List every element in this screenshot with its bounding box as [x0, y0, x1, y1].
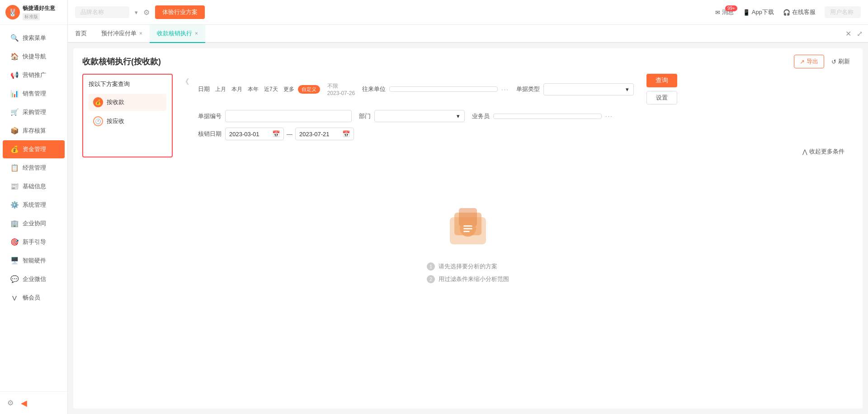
page-title: 收款核销执行(按收款) — [82, 56, 161, 67]
verify-date-from-input[interactable]: 2023-03-01 📅 — [225, 128, 284, 140]
tab-home[interactable]: 首页 — [68, 25, 94, 43]
staff-input[interactable] — [493, 114, 602, 119]
query-row-1: 日期 上月 本月 本年 近7天 更多 自定义 不限 — [198, 74, 854, 105]
date-btn-more[interactable]: 更多 — [282, 85, 296, 94]
voucher-no-field: 单据编号 — [198, 110, 352, 122]
dept-select[interactable]: ▾ — [374, 110, 465, 122]
dept-field: 部门 ▾ — [359, 110, 465, 122]
sidebar-item-search[interactable]: 🔍搜索菜单 — [3, 29, 65, 47]
verify-date-from-value: 2023-03-01 — [229, 131, 259, 138]
inventory-label: 库存核算 — [23, 127, 46, 135]
content-area: 收款核销执行(按收款) ↗ 导出 ↺ 刷新 按以下方案查询 — [68, 43, 868, 414]
date-btn-custom[interactable]: 自定义 — [298, 85, 320, 94]
finance-label: 资金管理 — [23, 145, 46, 153]
message-button[interactable]: ✉ 消息 99+ — [715, 8, 734, 16]
system-icon: ⚙️ — [10, 200, 19, 209]
tab-close-all-icon[interactable]: ✕ — [844, 28, 853, 40]
query-button[interactable]: 查询 — [646, 74, 677, 87]
voucher-type-select[interactable]: ▾ — [543, 83, 634, 95]
topbar-gear-icon[interactable]: ⚙ — [143, 8, 150, 17]
app-download-button[interactable]: 📱 App下载 — [743, 8, 774, 16]
svg-rect-6 — [463, 231, 470, 232]
counterpart-input[interactable] — [389, 86, 498, 92]
sidebar-item-quick-nav[interactable]: 🏠快捷导航 — [3, 48, 65, 66]
filter-option-receivable-icon: 🕐 — [93, 116, 103, 126]
message-icon: ✉ — [715, 9, 720, 16]
tab-prepay[interactable]: 预付冲应付单 × — [94, 25, 150, 43]
voucher-no-label: 单据编号 — [198, 112, 222, 120]
sidebar-item-member[interactable]: V畅会员 — [3, 289, 65, 307]
marketing-label: 营销推广 — [23, 71, 46, 79]
logo-name: 畅捷通好生意 — [23, 5, 55, 12]
online-service-button[interactable]: 🎧 在线客服 — [783, 8, 816, 16]
export-button[interactable]: ↗ 导出 — [794, 55, 824, 68]
service-icon: 🎧 — [783, 9, 790, 16]
tab-collection-label: 收款核销执行 — [157, 29, 192, 38]
brand-dropdown-icon[interactable]: ▾ — [135, 9, 138, 16]
logo-edition: 标准版 — [23, 13, 40, 20]
date-btn-this-month[interactable]: 本月 — [230, 85, 244, 94]
search-label: 搜索菜单 — [23, 34, 46, 42]
collab-label: 企业协同 — [23, 219, 46, 228]
sidebar-item-purchase[interactable]: 🛒采购管理 — [3, 103, 65, 121]
page-container: 收款核销执行(按收款) ↗ 导出 ↺ 刷新 按以下方案查询 — [73, 48, 863, 409]
sidebar-item-collab[interactable]: 🏢企业协同 — [3, 214, 65, 233]
sidebar-item-finance[interactable]: 💰资金管理 — [3, 140, 65, 158]
tab-prepay-close-icon[interactable]: × — [139, 30, 142, 37]
sidebar-collapse-button[interactable]: ◀ — [21, 398, 27, 408]
user-profile[interactable]: 用户名称 — [825, 6, 861, 18]
counterpart-label: 往来单位 — [362, 85, 386, 93]
settings-footer-icon[interactable]: ⚙ — [7, 399, 14, 407]
filter-option-by-receipt[interactable]: 💰 按收款 — [89, 94, 166, 111]
brand-selector[interactable]: 品牌名称 — [75, 6, 129, 18]
query-row-2: 单据编号 部门 ▾ 业务员 — [198, 110, 854, 122]
tab-collection-close-icon[interactable]: × — [195, 30, 198, 37]
sidebar-item-system[interactable]: ⚙️系统管理 — [3, 196, 65, 214]
sales-label: 销售管理 — [23, 90, 46, 98]
verify-date-label: 核销日期 — [198, 130, 222, 138]
panel-collapse-icon[interactable]: 《 — [180, 76, 191, 89]
app-icon: 📱 — [743, 9, 750, 16]
voucher-no-input[interactable] — [225, 110, 352, 122]
tip-text-1: 请先选择要分析的方案 — [439, 262, 497, 271]
settings-button[interactable]: 设置 — [646, 91, 677, 105]
date-btn-this-year[interactable]: 本年 — [246, 85, 260, 94]
quick-nav-icon: 🏠 — [10, 52, 19, 61]
counterpart-dots-icon[interactable]: ··· — [501, 86, 509, 93]
collapse-more-button[interactable]: ⋀ 收起更多条件 — [802, 146, 844, 157]
sidebar-item-operations[interactable]: 📋经营管理 — [3, 159, 65, 177]
tabbar-actions: ✕ ⤢ — [844, 28, 868, 40]
tip-text-2: 用过滤条件来缩小分析范围 — [439, 275, 509, 283]
hardware-label: 智能硬件 — [23, 257, 46, 265]
sales-icon: 📊 — [10, 89, 19, 98]
sidebar-nav: 🔍搜索菜单🏠快捷导航📢营销推广📊销售管理🛒采购管理📦库存核算💰资金管理📋经营管理… — [0, 25, 67, 391]
tab-collection[interactable]: 收款核销执行 × — [150, 25, 205, 43]
wecom-label: 企业微信 — [23, 275, 46, 283]
tab-home-label: 首页 — [75, 29, 87, 38]
date-btn-7days[interactable]: 近7天 — [262, 85, 280, 94]
staff-field: 业务员 ··· — [472, 112, 613, 120]
solution-button[interactable]: 体验行业方案 — [155, 5, 205, 19]
filter-option-by-receivable[interactable]: 🕐 按应收 — [89, 113, 166, 130]
tab-expand-icon[interactable]: ⤢ — [855, 28, 864, 40]
page-actions: ↗ 导出 ↺ 刷新 — [794, 55, 854, 68]
sidebar-item-hardware[interactable]: 🖥️智能硬件 — [3, 252, 65, 270]
sidebar-item-marketing[interactable]: 📢营销推广 — [3, 66, 65, 84]
verify-date-to-input[interactable]: 2023-07-21 📅 — [295, 128, 354, 140]
staff-dots-icon[interactable]: ··· — [605, 113, 613, 119]
sidebar-item-basic-info[interactable]: 📰基础信息 — [3, 177, 65, 195]
refresh-button[interactable]: ↺ 刷新 — [828, 55, 854, 68]
refresh-icon: ↺ — [831, 58, 836, 65]
filter-option-receipt-icon: 💰 — [93, 97, 103, 107]
sidebar-item-wecom[interactable]: 💬企业微信 — [3, 270, 65, 288]
inventory-icon: 📦 — [10, 126, 19, 135]
sidebar-item-inventory[interactable]: 📦库存核算 — [3, 122, 65, 140]
date-btn-last-month[interactable]: 上月 — [213, 85, 228, 94]
verify-date-from-group: 2023-03-01 📅 — 2023-07-21 📅 — [225, 128, 354, 140]
empty-icon — [441, 199, 495, 253]
verify-date-from-calendar-icon: 📅 — [272, 130, 280, 138]
sidebar-item-guide[interactable]: 🎯新手引导 — [3, 233, 65, 251]
sidebar-item-sales[interactable]: 📊销售管理 — [3, 85, 65, 103]
voucher-type-field: 单据类型 ▾ — [516, 83, 634, 95]
date-shortcuts: 上月 本月 本年 近7天 更多 自定义 — [213, 85, 320, 94]
